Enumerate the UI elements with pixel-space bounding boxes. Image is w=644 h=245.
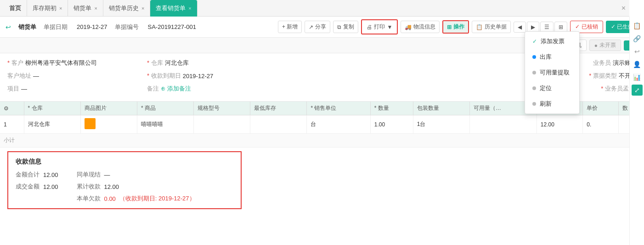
- payment-fields: 金额合计 12.00 成交金额 12.00 同单现结 — 累计收款 12.00: [16, 171, 233, 203]
- same-order-settle-label: 同单现结: [77, 171, 101, 179]
- cell-unit[interactable]: 台: [307, 115, 370, 134]
- payment-due-label: 收款到期日: [147, 72, 181, 80]
- customer-field: 客户 柳州粤港平安气体有限公司: [7, 59, 136, 67]
- new-button[interactable]: + 新增: [278, 21, 302, 33]
- cell-price[interactable]: 0.: [583, 115, 619, 134]
- customer-label: 客户: [7, 59, 23, 67]
- employee-label: 业务员: [593, 59, 611, 67]
- logistics-icon: 🚚: [405, 24, 412, 30]
- nav-arrows: ◀ ▶ ☰ ⊞: [514, 22, 567, 33]
- cell-pack-qty[interactable]: 1台: [413, 115, 469, 134]
- project-value[interactable]: —: [21, 85, 27, 92]
- side-user-icon[interactable]: 👤: [632, 59, 643, 70]
- product-image: [85, 118, 96, 129]
- date-label: 单据日期: [44, 23, 68, 31]
- cell-warehouse[interactable]: 河北仓库: [24, 115, 80, 134]
- tab-view-sales-close[interactable]: ×: [188, 6, 191, 11]
- print-label: 打印: [374, 23, 385, 31]
- view-list-button[interactable]: ⊞: [554, 22, 567, 33]
- not-open-label: 未开票: [599, 41, 616, 49]
- tab-home[interactable]: 首页: [4, 0, 27, 17]
- amount-total-field: 金额合计 12.00: [16, 171, 58, 179]
- side-chart-icon[interactable]: 📊: [632, 72, 643, 83]
- side-panel: 📋 🔗 ↩ 👤 📊 ⤢: [629, 17, 644, 245]
- tab-view-sales[interactable]: 查看销货单 ×: [150, 0, 197, 17]
- locate-item[interactable]: 定位: [525, 80, 579, 96]
- side-expand-icon[interactable]: ⤢: [632, 85, 643, 96]
- history-icon: 📋: [476, 24, 483, 30]
- notes-field: 备注 ⊕ 添加备注: [147, 85, 276, 93]
- copy-icon: ⧉: [337, 24, 341, 30]
- add-invoice-item[interactable]: ✓ 添加发票: [525, 34, 579, 49]
- cell-min-stock: [250, 115, 307, 134]
- salesperson-label: 业务员孟: [601, 85, 629, 93]
- transaction-amount-value: 12.00: [43, 183, 58, 190]
- operations-button[interactable]: ⊞ 操作: [443, 21, 468, 33]
- notes-label: 备注: [147, 85, 159, 93]
- new-label: + 新增: [282, 23, 298, 31]
- col-image: 商品图片: [80, 102, 137, 115]
- print-dropdown-arrow[interactable]: ▼: [387, 24, 392, 30]
- available-qty-label: 可用量提取: [540, 68, 570, 77]
- tab-home-label: 首页: [9, 4, 21, 12]
- project-field: 项目 —: [7, 85, 136, 93]
- same-order-settle-field: 同单现结 —: [77, 171, 195, 179]
- cumulative-payment-value: 12.00: [104, 183, 119, 190]
- cell-product[interactable]: 嘻嘻嘻嘻: [137, 115, 193, 134]
- operations-label: 操作: [453, 23, 464, 31]
- tab-inventory[interactable]: 库存期初 ×: [27, 0, 68, 17]
- tab-inventory-close[interactable]: ×: [59, 6, 62, 11]
- share-button[interactable]: ↗ 分享: [305, 21, 330, 33]
- customer-value[interactable]: 柳州粤港平安气体有限公司: [25, 59, 97, 67]
- history-button[interactable]: 📋 历史单据: [472, 21, 511, 33]
- next-button[interactable]: ▶: [527, 22, 539, 33]
- outstanding-note: （收款到期日: 2019-12-27）: [119, 194, 195, 203]
- available-qty-item[interactable]: 可用量提取: [525, 65, 579, 80]
- add-invoice-check-icon: ✓: [532, 38, 537, 45]
- not-open-button[interactable]: ● 未开票: [589, 40, 621, 51]
- payment-info-section: 收款信息 金额合计 12.00 成交金额 12.00 同单现结 — 累计收款: [7, 151, 242, 209]
- tab-sales-history[interactable]: 销货单历史 ×: [103, 0, 150, 17]
- tab-sales-label: 销货单: [73, 4, 91, 12]
- tab-sales-history-label: 销货单历史: [109, 4, 139, 12]
- payment-col-right: 同单现结 — 累计收款 12.00 本单欠款 0.00 （收款到期日: 2019…: [77, 171, 195, 203]
- prev-button[interactable]: ◀: [514, 22, 526, 33]
- col-spec: 规格型号: [194, 102, 250, 115]
- address-value[interactable]: —: [33, 73, 39, 80]
- window-close-icon[interactable]: ×: [621, 4, 626, 12]
- refresh-item[interactable]: 刷新: [525, 96, 579, 112]
- side-return-icon[interactable]: ↩: [632, 46, 643, 57]
- cumulative-payment-label: 累计收款: [77, 182, 101, 191]
- side-notes-icon[interactable]: 📋: [632, 20, 643, 31]
- canceled-label: 已核销: [582, 23, 598, 30]
- tab-sales-close[interactable]: ×: [94, 6, 97, 11]
- not-open-icon: ●: [594, 42, 598, 49]
- address-field: 客户地址 —: [7, 72, 136, 80]
- table-row: 1 河北仓库 嘻嘻嘻嘻 台 1.00 1台 12.00 0.: [0, 115, 644, 134]
- outbound-item[interactable]: 出库: [525, 49, 579, 65]
- col-price: 单价: [583, 102, 619, 115]
- outstanding-field: 本单欠款 0.00 （收款到期日: 2019-12-27）: [77, 194, 195, 203]
- tab-sales-history-close[interactable]: ×: [141, 6, 144, 11]
- copy-button[interactable]: ⧉ 复制: [333, 21, 358, 33]
- view-grid-button[interactable]: ☰: [540, 22, 554, 33]
- print-highlight-box: 🖨 打印 ▼: [361, 19, 398, 34]
- outbound-dot-icon: [532, 55, 536, 59]
- subtotal-label: 小计: [0, 134, 644, 148]
- col-qty: * 数量: [370, 102, 413, 115]
- add-notes-button[interactable]: ⊕ 添加备注: [161, 85, 191, 93]
- tab-sales[interactable]: 销货单 ×: [68, 0, 103, 17]
- warehouse-label: 仓库: [147, 59, 163, 67]
- tab-inventory-label: 库存期初: [33, 4, 56, 12]
- warehouse-value[interactable]: 河北仓库: [165, 59, 189, 67]
- cell-qty[interactable]: 1.00: [370, 115, 413, 134]
- payment-due-value[interactable]: 2019-12-27: [183, 73, 214, 80]
- logistics-button[interactable]: 🚚 物流信息: [401, 21, 440, 33]
- outstanding-value: 0.00: [104, 195, 116, 202]
- print-button[interactable]: 🖨 打印 ▼: [363, 21, 396, 33]
- side-link-icon[interactable]: 🔗: [632, 33, 643, 44]
- cell-spec[interactable]: [194, 115, 250, 134]
- locate-dot-icon: [532, 86, 536, 90]
- doc-type-label: 销货单: [18, 23, 36, 31]
- col-settings[interactable]: ⚙: [0, 102, 24, 115]
